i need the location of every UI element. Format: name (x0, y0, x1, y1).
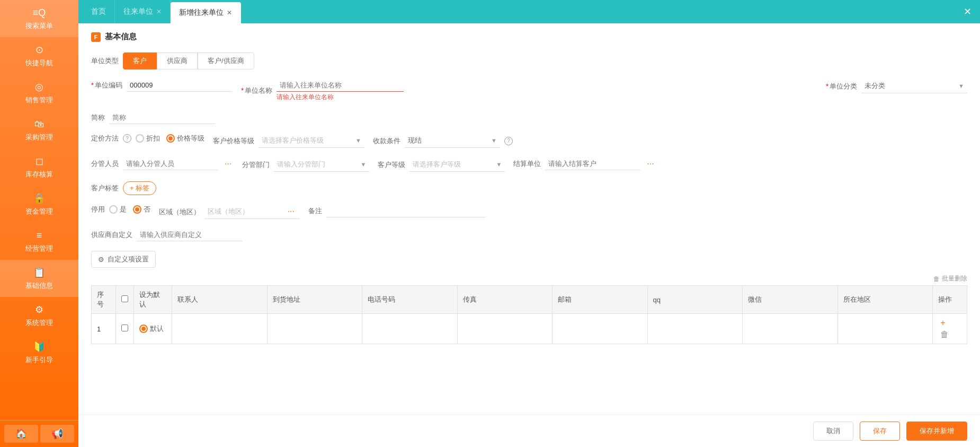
sidebar-item-guide[interactable]: 🔰 新手引导 (0, 334, 78, 371)
col-email: 邮箱 (553, 286, 648, 314)
sidebar-item-finance[interactable]: 🔒 资金管理 (0, 186, 78, 223)
pricing-discount-option[interactable]: 折扣 (136, 134, 160, 143)
save-new-button[interactable]: 保存并新增 (906, 422, 967, 441)
area-more-icon[interactable]: ··· (286, 207, 297, 216)
pricing-radio-group: 折扣 价格等级 (136, 134, 204, 143)
manager-more-icon[interactable]: ··· (222, 159, 234, 169)
unit-category-select[interactable]: 未分类 ▼ (861, 79, 967, 93)
department-field: 分管部门 请输入分管部门 ▼ (242, 157, 369, 172)
phone-input[interactable] (368, 325, 452, 333)
tab-contacts[interactable]: 往来单位 ✕ (115, 0, 171, 23)
department-select[interactable]: 请输入分管部门 ▼ (274, 157, 369, 172)
unit-name-input[interactable] (277, 79, 404, 92)
tab-new-contact[interactable]: 新增往来单位 ✕ (171, 2, 241, 23)
unit-code-input[interactable] (127, 79, 233, 92)
col-checkbox (116, 286, 134, 314)
area-field: 区域（地区） 区域（地区） ··· (159, 205, 300, 219)
customer-price-select[interactable]: 请选择客户价格等级 ▼ (259, 134, 364, 148)
customer-level-field: 客户等级 请选择客户等级 ▼ (378, 157, 505, 172)
delete-row-button[interactable]: 🗑 (938, 329, 951, 340)
batch-delete-area[interactable]: 🗑 批量删除 (91, 274, 967, 283)
sidebar-item-inventory[interactable]: ◻ 库存核算 (0, 148, 78, 186)
window-close-button[interactable]: ✕ (959, 4, 976, 20)
sidebar-item-label: 搜索菜单 (25, 21, 53, 31)
unit-type-customer-btn[interactable]: 客户 (123, 52, 157, 69)
shortname-row: 简称 (91, 111, 967, 124)
quick-nav-icon: ⊙ (33, 43, 46, 56)
manager-input[interactable] (123, 157, 218, 170)
cell-qq[interactable] (647, 314, 743, 344)
sidebar-item-sales[interactable]: ◎ 销售管理 (0, 74, 78, 111)
add-row-button[interactable]: + (938, 317, 947, 329)
sidebar-item-operations[interactable]: ≡ 经营管理 (0, 223, 78, 260)
notes-input[interactable] (326, 205, 485, 217)
cell-contact[interactable] (172, 314, 268, 344)
address-input[interactable] (273, 325, 357, 333)
cell-address[interactable] (267, 314, 362, 344)
area-row-input[interactable] (843, 325, 928, 333)
manager-label: 分管人员 (91, 159, 119, 169)
settlement-more-icon[interactable]: ··· (645, 159, 656, 169)
wechat-input[interactable] (748, 325, 832, 333)
payment-terms-select[interactable]: 现结 ▼ (405, 134, 500, 148)
short-name-label: 简称 (91, 113, 105, 122)
unit-type-both-btn[interactable]: 客户/供应商 (198, 52, 254, 69)
cancel-button[interactable]: 取消 (813, 422, 853, 441)
unit-type-supplier-btn[interactable]: 供应商 (157, 52, 198, 69)
settlement-unit-input[interactable] (545, 157, 640, 170)
unit-category-field: *单位分类 未分类 ▼ (826, 79, 967, 93)
cell-wechat[interactable] (743, 314, 838, 344)
batch-delete-icon: 🗑 (933, 275, 940, 283)
sidebar-item-search-menu[interactable]: ≡Q 搜索菜单 (0, 0, 78, 37)
cell-fax[interactable] (457, 314, 553, 344)
cell-area[interactable] (838, 314, 933, 344)
fax-input[interactable] (463, 325, 547, 333)
main-area: 首页 往来单位 ✕ 新增往来单位 ✕ ✕ F 基本信息 单位类型 客户 供应商 … (78, 0, 980, 447)
row-checkbox[interactable] (121, 325, 128, 331)
payment-terms-help-icon[interactable]: ? (504, 137, 513, 145)
chevron-down-icon: ▼ (355, 137, 361, 144)
home-button[interactable]: 🏠 (4, 425, 38, 443)
qq-input[interactable] (653, 325, 737, 333)
tab-home[interactable]: 首页 (83, 0, 115, 23)
add-tag-button[interactable]: + 标签 (123, 181, 156, 195)
col-fax: 传真 (457, 286, 553, 314)
pricing-level-option[interactable]: 价格等级 (166, 134, 204, 143)
sidebar-item-label: 新手引导 (25, 355, 53, 365)
tab-new-contact-close[interactable]: ✕ (227, 9, 232, 16)
unit-name-field: *单位名称 请输入往来单位名称 (241, 79, 817, 102)
cell-action: + 🗑 (933, 314, 967, 344)
basic-info-icon: 📋 (33, 266, 46, 279)
manager-row: 分管人员 ··· 分管部门 请输入分管部门 ▼ 客户等级 请选择客户等级 ▼ (91, 157, 967, 172)
notify-button[interactable]: 📢 (40, 425, 74, 443)
unit-name-label: *单位名称 (241, 86, 272, 95)
pricing-help-icon[interactable]: ? (123, 134, 131, 143)
area-input[interactable]: 区域（地区） ··· (204, 205, 300, 219)
cell-phone[interactable] (362, 314, 458, 344)
custom-settings-button[interactable]: ⚙ 自定义项设置 (91, 251, 156, 268)
sidebar-item-system[interactable]: ⚙ 系统管理 (0, 297, 78, 334)
chevron-down-icon: ▼ (496, 161, 502, 168)
disabled-area-row: 停用 是 否 区域（地区） 区域（地区） ··· (91, 205, 967, 219)
default-radio[interactable]: 默认 (139, 324, 166, 334)
sidebar-item-purchase[interactable]: 🛍 采购管理 (0, 111, 78, 148)
disabled-no-option[interactable]: 否 (133, 205, 150, 214)
supplier-custom-input[interactable] (137, 229, 243, 241)
sidebar-item-label: 库存核算 (25, 170, 53, 179)
sidebar-item-quick-nav[interactable]: ⊙ 快捷导航 (0, 37, 78, 74)
section-title: F 基本信息 (91, 32, 967, 42)
guide-icon: 🔰 (33, 340, 46, 353)
sidebar-item-basic-info[interactable]: 📋 基础信息 (0, 260, 78, 297)
customer-level-select[interactable]: 请选择客户等级 ▼ (409, 157, 505, 172)
select-all-checkbox[interactable] (121, 295, 128, 302)
short-name-input[interactable] (109, 111, 215, 124)
save-button[interactable]: 保存 (860, 422, 900, 441)
col-qq: qq (647, 286, 743, 314)
tab-contacts-close[interactable]: ✕ (156, 8, 162, 15)
email-input[interactable] (558, 325, 642, 333)
sidebar: ≡Q 搜索菜单 ⊙ 快捷导航 ◎ 销售管理 🛍 采购管理 ◻ 库存核算 🔒 资金… (0, 0, 78, 447)
disabled-radio-group: 是 否 (109, 205, 150, 214)
cell-email[interactable] (553, 314, 648, 344)
disabled-yes-option[interactable]: 是 (109, 205, 127, 214)
contact-input[interactable] (177, 325, 262, 333)
